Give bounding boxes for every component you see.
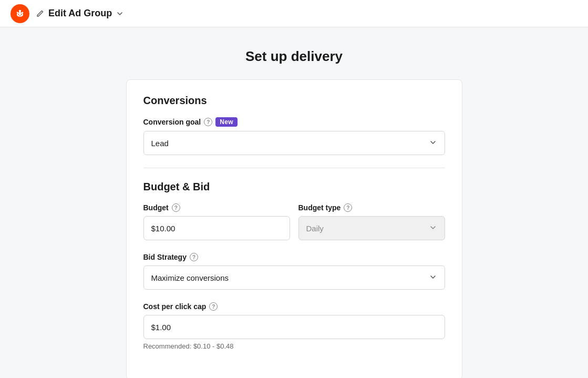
cost-per-click-label: Cost per click cap bbox=[143, 302, 207, 311]
budget-help-icon[interactable]: ? bbox=[172, 203, 180, 212]
conversions-section-title: Conversions bbox=[143, 95, 445, 107]
budget-type-field: Budget type ? Daily bbox=[298, 203, 445, 240]
conversion-goal-label: Conversion goal bbox=[143, 118, 201, 126]
bid-strategy-chevron-icon bbox=[429, 273, 437, 283]
chevron-down-icon bbox=[116, 10, 123, 17]
svg-point-4 bbox=[19, 9, 21, 12]
reddit-ads-logo bbox=[11, 4, 29, 23]
budget-type-chevron-icon bbox=[429, 223, 437, 233]
svg-point-6 bbox=[22, 12, 24, 13]
edit-icon bbox=[36, 9, 44, 18]
cost-per-click-input[interactable] bbox=[143, 315, 445, 339]
budget-type-select[interactable]: Daily bbox=[298, 216, 445, 240]
budget-bid-section-title: Budget & Bid bbox=[143, 181, 445, 193]
budget-label: Budget bbox=[143, 203, 169, 212]
bid-strategy-label: Bid Strategy bbox=[143, 253, 187, 261]
bid-strategy-field: Bid Strategy ? Maximize conversions bbox=[143, 253, 445, 290]
bid-strategy-help-icon[interactable]: ? bbox=[190, 253, 198, 261]
page-title: Set up delivery bbox=[126, 48, 462, 65]
conversion-goal-field: Conversion goal ? New Lead bbox=[143, 117, 445, 155]
page-header-title: Edit Ad Group bbox=[48, 8, 112, 19]
budget-type-help-icon[interactable]: ? bbox=[344, 203, 352, 212]
conversion-goal-help-icon[interactable]: ? bbox=[204, 118, 212, 126]
budget-type-label: Budget type bbox=[298, 203, 341, 212]
conversions-section: Conversions Conversion goal ? New Lead bbox=[143, 95, 445, 155]
cost-per-click-hint: Recommended: $0.10 - $0.48 bbox=[143, 342, 445, 350]
delivery-card: Conversions Conversion goal ? New Lead bbox=[126, 79, 462, 378]
cost-per-click-help-icon[interactable]: ? bbox=[209, 302, 218, 311]
svg-point-2 bbox=[18, 14, 19, 15]
budget-type-value: Daily bbox=[306, 224, 324, 233]
breadcrumb[interactable]: Edit Ad Group bbox=[36, 8, 123, 19]
budget-field: Budget ? bbox=[143, 203, 290, 240]
cost-per-click-field: Cost per click cap ? Recommended: $0.10 … bbox=[143, 302, 445, 350]
svg-point-7 bbox=[17, 12, 18, 13]
conversion-goal-chevron-icon bbox=[429, 138, 437, 148]
bid-strategy-value: Maximize conversions bbox=[151, 273, 229, 282]
app-header: Edit Ad Group bbox=[0, 0, 588, 27]
new-badge: New bbox=[215, 117, 238, 127]
conversion-goal-select[interactable]: Lead bbox=[143, 131, 445, 155]
budget-bid-section: Budget & Bid Budget ? Budget type ? bbox=[143, 168, 445, 350]
budget-input[interactable] bbox=[143, 216, 290, 240]
bid-strategy-select[interactable]: Maximize conversions bbox=[143, 265, 445, 290]
conversion-goal-value: Lead bbox=[151, 139, 169, 148]
svg-point-3 bbox=[21, 14, 22, 15]
main-content: Set up delivery Conversions Conversion g… bbox=[0, 27, 588, 378]
